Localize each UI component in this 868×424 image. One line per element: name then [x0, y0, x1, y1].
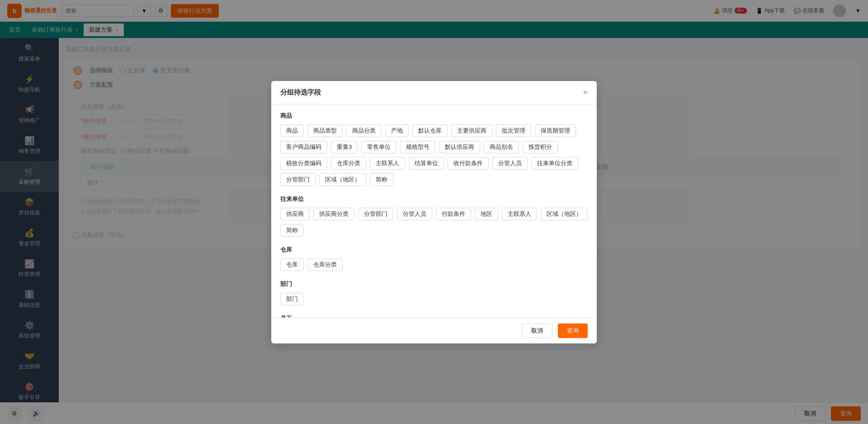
section-dept: 部门 部门 [280, 280, 588, 305]
section-dept-tags: 部门 [280, 293, 588, 305]
field-tag-region-cp[interactable]: 地区 [475, 208, 498, 220]
section-employee-title: 员工 [280, 314, 588, 318]
field-tag-tax-code[interactable]: 税收分类编码 [280, 157, 327, 170]
section-counterpart-title: 往来单位 [280, 195, 588, 203]
field-tag-batch-mgmt[interactable]: 批次管理 [496, 124, 531, 137]
modal-footer: 取消 查询 [271, 318, 597, 343]
section-dept-title: 部门 [280, 280, 588, 288]
field-tag-supplier-category[interactable]: 供应商分类 [313, 208, 354, 220]
field-tag-warehouse[interactable]: 仓库 [280, 258, 304, 271]
field-tag-default-supplier[interactable]: 默认供应商 [439, 141, 480, 153]
field-tag-supplier[interactable]: 供应商 [280, 208, 310, 220]
modal-confirm-button[interactable]: 查询 [558, 324, 588, 338]
field-tag-pick-points[interactable]: 拣货积分 [523, 141, 558, 153]
field-tag-contact-cp[interactable]: 主联系人 [502, 208, 537, 220]
field-tag-payment-terms[interactable]: 收付款条件 [448, 157, 489, 170]
field-tag-dept-cp[interactable]: 分管部门 [358, 208, 393, 220]
field-tag-warehouse-category[interactable]: 仓库分类 [331, 157, 366, 170]
field-tag-settle-unit[interactable]: 结算单位 [409, 157, 444, 170]
field-tag-default-warehouse[interactable]: 默认仓库 [412, 124, 448, 137]
field-tag-manage-dept[interactable]: 分管部门 [280, 173, 316, 186]
field-selection-modal: 分组待选字段 × 商品 商品 商品类型 商品分类 产地 默认仓库 主要供应商 批… [271, 81, 597, 343]
section-counterpart-tags: 供应商 供应商分类 分管部门 分管人员 付款条件 地区 主联系人 区域（地区） … [280, 208, 588, 237]
field-tag-payment-condition[interactable]: 付款条件 [436, 208, 471, 220]
field-tag-warehouse-cat[interactable]: 仓库分类 [307, 258, 343, 271]
section-goods-title: 商品 [280, 112, 588, 120]
modal-close-button[interactable]: × [583, 88, 588, 96]
field-tag-manager[interactable]: 分管人员 [492, 157, 528, 170]
field-tag-weight3[interactable]: 重量3 [331, 141, 358, 153]
section-warehouse: 仓库 仓库 仓库分类 [280, 246, 588, 271]
section-warehouse-tags: 仓库 仓库分类 [280, 258, 588, 271]
field-tag-retail-unit[interactable]: 零售单位 [361, 141, 396, 153]
field-tag-goods-alias[interactable]: 商品别名 [484, 141, 519, 153]
field-tag-main-contact[interactable]: 主联系人 [370, 157, 405, 170]
field-tag-main-supplier[interactable]: 主要供应商 [451, 124, 492, 137]
field-tag-goods-category[interactable]: 商品分类 [346, 124, 382, 137]
field-tag-goods[interactable]: 商品 [280, 124, 304, 137]
modal-cancel-button[interactable]: 取消 [522, 324, 552, 338]
field-tag-dept[interactable]: 部门 [280, 293, 304, 305]
field-tag-region2-cp[interactable]: 区域（地区） [541, 208, 588, 220]
modal-overlay: 分组待选字段 × 商品 商品 商品类型 商品分类 产地 默认仓库 主要供应商 批… [0, 0, 868, 424]
field-tag-spec-model[interactable]: 规格型号 [400, 141, 435, 153]
field-tag-origin[interactable]: 产地 [385, 124, 409, 137]
modal-title: 分组待选字段 [280, 88, 321, 97]
modal-body: 商品 商品 商品类型 商品分类 产地 默认仓库 主要供应商 批次管理 保质期管理… [271, 105, 597, 318]
section-goods: 商品 商品 商品类型 商品分类 产地 默认仓库 主要供应商 批次管理 保质期管理… [280, 112, 588, 186]
section-goods-tags: 商品 商品类型 商品分类 产地 默认仓库 主要供应商 批次管理 保质期管理 客户… [280, 124, 588, 186]
section-employee: 员工 业务员 [280, 314, 588, 318]
modal-header: 分组待选字段 × [271, 81, 597, 105]
field-tag-customer-code[interactable]: 客户商品编码 [280, 141, 327, 153]
field-tag-short-name-goods[interactable]: 简称 [370, 173, 393, 186]
field-tag-manager-cp[interactable]: 分管人员 [397, 208, 432, 220]
field-tag-counterpart-category[interactable]: 往来单位分类 [531, 157, 578, 170]
field-tag-shortname-cp[interactable]: 简称 [280, 224, 304, 237]
field-tag-goods-type[interactable]: 商品类型 [307, 124, 343, 137]
section-warehouse-title: 仓库 [280, 246, 588, 254]
section-counterpart: 往来单位 供应商 供应商分类 分管部门 分管人员 付款条件 地区 主联系人 区域… [280, 195, 588, 237]
field-tag-expiry-mgmt[interactable]: 保质期管理 [535, 124, 576, 137]
field-tag-region-goods[interactable]: 区域（地区） [319, 173, 366, 186]
